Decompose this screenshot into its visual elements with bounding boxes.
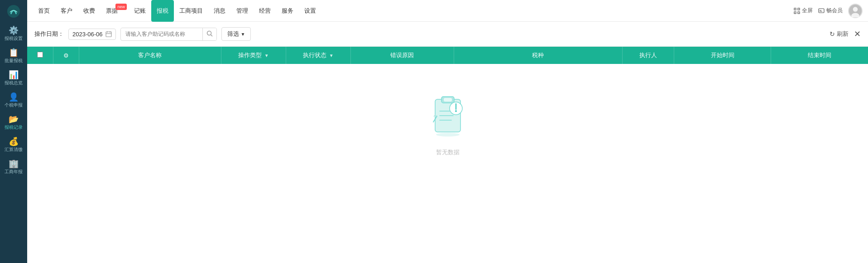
data-table: ⚙ 客户名称 操作类型 ▼ 执行状态 ▼ xyxy=(27,47,868,184)
main-area: 首页 客户 收费 票据 new 记账 报税 工商项目 消息 管理 经营 xyxy=(27,0,868,263)
nav-message[interactable]: 消息 xyxy=(208,0,231,22)
settlement-icon: 💰 xyxy=(9,137,19,146)
svg-rect-19 xyxy=(444,98,452,102)
filter-button[interactable]: 筛选 ▼ xyxy=(221,27,251,41)
th-error: 错误原因 xyxy=(350,47,454,64)
filter-label: 筛选 xyxy=(227,30,239,38)
top-nav: 首页 客户 收费 票据 new 记账 报税 工商项目 消息 管理 经营 xyxy=(27,0,868,22)
th-checkbox[interactable] xyxy=(27,47,53,64)
search-box xyxy=(120,28,217,41)
sidebar-item-tax-overview[interactable]: 📊 报税总览 xyxy=(0,67,27,89)
tax-overview-icon: 📊 xyxy=(9,71,19,79)
chevron-down-icon: ▼ xyxy=(241,32,245,37)
invoice-badge: new xyxy=(115,4,127,10)
avatar-icon xyxy=(849,5,862,17)
svg-rect-2 xyxy=(798,8,800,10)
refresh-button[interactable]: ↻ 刷新 xyxy=(830,30,849,38)
th-status[interactable]: 执行状态 ▼ xyxy=(286,47,350,64)
sidebar-item-label: 工商年报 xyxy=(5,169,23,175)
gear-icon: ⚙ xyxy=(63,52,69,59)
empty-state: 暂无数据 xyxy=(27,64,868,184)
nav-account[interactable]: 记账 xyxy=(129,0,151,22)
sidebar-logo xyxy=(0,0,27,23)
date-value: 2023-06-06 xyxy=(72,31,103,38)
svg-point-24 xyxy=(455,110,457,112)
sidebar-item-settlement[interactable]: 💰 汇算清缴 xyxy=(0,134,27,156)
sidebar-item-label: 汇算清缴 xyxy=(5,147,23,152)
member-button[interactable]: 畅会员 xyxy=(818,7,843,15)
svg-line-16 xyxy=(211,34,212,36)
sidebar-item-label: 报税记录 xyxy=(5,125,23,130)
toolbar-right: ↻ 刷新 ✕ xyxy=(830,30,861,38)
table-header-row: ⚙ 客户名称 操作类型 ▼ 执行状态 ▼ xyxy=(27,47,868,64)
svg-point-28 xyxy=(436,133,460,136)
svg-point-15 xyxy=(207,31,211,35)
th-start-time: 开始时间 xyxy=(674,47,771,64)
fullscreen-icon xyxy=(794,8,800,14)
empty-text: 暂无数据 xyxy=(436,148,460,156)
nav-business[interactable]: 工商项目 xyxy=(174,0,208,22)
sort-status-icon: ▼ xyxy=(329,53,334,58)
annual-report-icon: 🏢 xyxy=(9,160,19,168)
th-executor: 执行人 xyxy=(622,47,674,64)
th-end-time: 结束时间 xyxy=(771,47,868,64)
close-icon: ✕ xyxy=(854,29,861,39)
refresh-label: 刷新 xyxy=(837,30,849,38)
toolbar: 操作日期： 2023-06-06 xyxy=(27,22,868,47)
batch-tax-icon: 📋 xyxy=(9,49,19,57)
svg-rect-1 xyxy=(794,8,796,10)
nav-manage[interactable]: 管理 xyxy=(231,0,254,22)
search-icon xyxy=(206,30,213,37)
top-nav-right: 全屏 畅会员 xyxy=(794,4,863,18)
calendar-icon xyxy=(106,31,112,37)
date-label: 操作日期： xyxy=(34,30,64,38)
sidebar-item-tax-settings[interactable]: ⚙️ 报税设置 xyxy=(0,23,27,45)
fullscreen-button[interactable]: 全屏 xyxy=(794,7,813,15)
sidebar-item-label: 报税设置 xyxy=(5,36,23,41)
svg-rect-3 xyxy=(794,12,796,14)
close-button[interactable]: ✕ xyxy=(854,30,861,38)
sidebar-item-personal-tax[interactable]: 👤 个税申报 xyxy=(0,89,27,112)
sidebar-item-label: 批量报税 xyxy=(5,58,23,63)
nav-service[interactable]: 服务 xyxy=(276,0,299,22)
sidebar-item-batch-tax[interactable]: 📋 批量报税 xyxy=(0,45,27,67)
th-tax: 税种 xyxy=(454,47,622,64)
nav-tax[interactable]: 报税 xyxy=(151,0,174,22)
table-body: 暂无数据 xyxy=(27,64,868,184)
sort-op-type-icon: ▼ xyxy=(264,53,269,58)
nav-operation[interactable]: 经营 xyxy=(254,0,276,22)
sidebar-item-label: 个税申报 xyxy=(5,102,23,108)
search-button[interactable] xyxy=(202,28,216,40)
table-container: ⚙ 客户名称 操作类型 ▼ 执行状态 ▼ xyxy=(27,47,868,263)
sidebar-item-label: 报税总览 xyxy=(5,80,23,86)
sidebar-item-tax-record[interactable]: 📂 报税记录 xyxy=(0,112,27,134)
select-all-checkbox[interactable] xyxy=(37,52,43,58)
svg-point-0 xyxy=(7,5,20,18)
nav-settings[interactable]: 设置 xyxy=(299,0,321,22)
member-icon xyxy=(818,8,825,14)
nav-home[interactable]: 首页 xyxy=(33,0,55,22)
refresh-icon: ↻ xyxy=(830,30,835,38)
nav-customer[interactable]: 客户 xyxy=(55,0,78,22)
tax-record-icon: 📂 xyxy=(9,115,19,123)
nav-invoice[interactable]: 票据 new xyxy=(101,0,129,22)
personal-tax-icon: 👤 xyxy=(9,93,19,101)
svg-rect-4 xyxy=(798,12,800,14)
sidebar-item-annual-report[interactable]: 🏢 工商年报 xyxy=(0,156,27,178)
content-area: 操作日期： 2023-06-06 xyxy=(27,22,868,263)
tax-settings-icon: ⚙️ xyxy=(9,26,19,34)
th-gear[interactable]: ⚙ xyxy=(53,47,79,64)
avatar[interactable] xyxy=(848,4,863,18)
date-picker[interactable]: 2023-06-06 xyxy=(68,29,116,40)
nav-billing[interactable]: 收费 xyxy=(78,0,101,22)
svg-point-9 xyxy=(853,7,858,12)
sidebar: ⚙️ 报税设置 📋 批量报税 📊 报税总览 👤 个税申报 📂 报税记录 💰 汇算… xyxy=(0,0,27,263)
svg-rect-11 xyxy=(106,32,111,37)
th-op-type[interactable]: 操作类型 ▼ xyxy=(221,47,286,64)
empty-illustration xyxy=(425,91,470,141)
th-client: 客户名称 xyxy=(79,47,221,64)
search-input[interactable] xyxy=(121,29,202,39)
